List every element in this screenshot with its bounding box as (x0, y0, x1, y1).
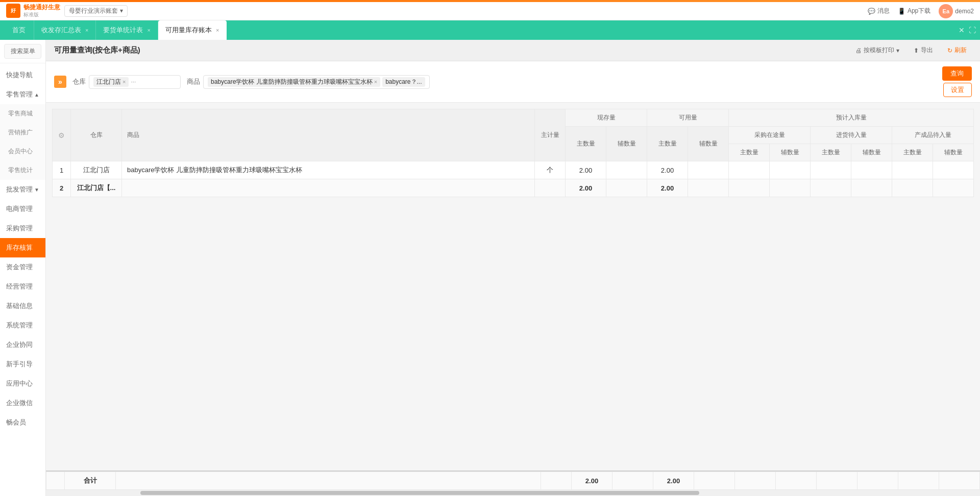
row-2-current-main: 2.00 (566, 179, 606, 197)
export-label: 导出 (921, 46, 933, 55)
refresh-label: 刷新 (954, 46, 967, 55)
product-filter-group: 商品 babycare学饮杯 儿童防摔防撞吸管杯重力球吸嘴杯宝宝水杯 × bab… (187, 75, 430, 89)
sidebar-item-ecommerce-mgmt[interactable]: 电商管理 (0, 199, 45, 219)
sidebar: 搜索菜单 快捷导航 零售管理 ▲ 零售商城 营销推广 会员中心 (0, 40, 46, 496)
scrollbar-thumb[interactable] (140, 491, 700, 495)
product-filter-label: 商品 (187, 77, 200, 86)
product-tag-1-close[interactable]: × (374, 79, 377, 85)
tab-home[interactable]: 首页 (4, 20, 34, 40)
warehouse-tag-close[interactable]: × (122, 79, 126, 85)
tab-available-stock-close[interactable]: × (216, 27, 219, 33)
sidebar-item-operations-mgmt-label: 经营管理 (6, 282, 33, 291)
main-layout: 搜索菜单 快捷导航 零售管理 ▲ 零售商城 营销推广 会员中心 (0, 40, 980, 496)
export-icon: ⬆ (914, 47, 919, 54)
sidebar-item-purchase-mgmt[interactable]: 采购管理 (0, 219, 45, 238)
product-tag-2-label: babycare？... (385, 78, 422, 86)
message-label: 消息 (877, 7, 890, 15)
summary-available-aux (694, 472, 735, 490)
row-1-product-aux (933, 161, 974, 179)
th-forecast-inbound: 预计入库量 (729, 109, 974, 127)
row-2-purchase-aux (770, 179, 811, 197)
row-1-current-main: 2.00 (566, 161, 606, 179)
tab-order-stats-label: 要货单统计表 (103, 26, 143, 35)
sidebar-item-member[interactable]: 畅会员 (0, 413, 45, 432)
summary-current-main: 2.00 (572, 472, 612, 490)
horizontal-scrollbar[interactable] (46, 490, 980, 496)
table-settings-icon[interactable]: ⚙ (58, 131, 65, 139)
sidebar-item-app-center[interactable]: 应用中心 (0, 374, 45, 393)
summary-purchase-main (735, 472, 776, 490)
message-button[interactable]: 💬 消息 (868, 7, 890, 15)
sidebar-item-finance-mgmt[interactable]: 资金管理 (0, 257, 45, 277)
sidebar-item-marketing[interactable]: 营销推广 (0, 123, 45, 142)
summary-purchase-aux (776, 472, 817, 490)
row-2-available-main: 2.00 (647, 179, 688, 197)
product-filter-input[interactable]: babycare学饮杯 儿童防摔防撞吸管杯重力球吸嘴杯宝宝水杯 × babyca… (203, 75, 430, 89)
settings-button[interactable]: 设置 (943, 83, 972, 97)
query-button[interactable]: 查询 (942, 66, 972, 81)
sidebar-search-button[interactable]: 搜索菜单 (4, 44, 41, 59)
close-window-btn[interactable]: ✕ (959, 26, 965, 34)
th-current-main-qty: 主数量 (566, 127, 606, 161)
warehouse-filter-input[interactable]: 江北门店 × ··· (89, 75, 181, 89)
warehouse-filter-label: 仓库 (72, 77, 86, 86)
app-download-button[interactable]: 📱 App下载 (898, 7, 930, 15)
warehouse-more-btn[interactable]: ··· (131, 78, 136, 85)
sidebar-search-area: 搜索菜单 (0, 40, 45, 63)
export-button[interactable]: ⬆ 导出 (909, 44, 938, 57)
sidebar-item-inventory-mgmt-label: 库存核算 (6, 243, 33, 252)
row-1-current-aux (606, 161, 647, 179)
tab-receive-send-close[interactable]: × (85, 27, 88, 33)
sidebar-nav: 快捷导航 零售管理 ▲ 零售商城 营销推广 会员中心 零售统计 (0, 63, 45, 434)
row-1-num: 1 (53, 161, 71, 179)
tab-home-label: 首页 (12, 26, 26, 35)
tab-order-stats-close[interactable]: × (147, 27, 150, 33)
table-row: 2 江北门店【... 2.00 2.00 (53, 179, 974, 197)
sidebar-item-retail-stats[interactable]: 零售统计 (0, 161, 45, 180)
row-2-unit (535, 179, 566, 197)
th-purchase-transit: 采购在途量 (729, 127, 811, 144)
tab-receive-send[interactable]: 收发存汇总表 × (34, 20, 96, 40)
tab-order-stats[interactable]: 要货单统计表 × (96, 20, 158, 40)
sidebar-item-operations-mgmt[interactable]: 经营管理 (0, 277, 45, 296)
print-icon: 🖨 (855, 47, 862, 54)
row-2-num: 2 (53, 179, 71, 197)
th-product-aux-qty: 辅数量 (933, 144, 974, 161)
data-table: ⚙ 仓库 商品 主计量 现存量 可用量 预计入库量 主数量 辅数量 主数量 辅数… (52, 109, 974, 197)
sidebar-item-basic-info[interactable]: 基础信息 (0, 296, 45, 316)
maximize-window-btn[interactable]: ⛶ (969, 26, 976, 34)
th-purchase-main-qty: 主数量 (729, 144, 770, 161)
sidebar-item-quick-nav[interactable]: 快捷导航 (0, 65, 45, 85)
sidebar-item-inventory-mgmt[interactable]: 库存核算 (0, 238, 45, 257)
refresh-button[interactable]: ↻ 刷新 (942, 44, 972, 57)
logo-area: 好 畅捷通好生意 标准版 (6, 4, 60, 18)
sidebar-item-purchase-mgmt-label: 采购管理 (6, 224, 33, 233)
tab-available-stock[interactable]: 可用量库存账本 × (158, 20, 227, 40)
row-1-available-main: 2.00 (647, 161, 688, 179)
sidebar-item-member-center[interactable]: 会员中心 (0, 142, 45, 161)
industry-selector[interactable]: 母婴行业演示账套 ▾ (64, 5, 128, 17)
row-1-product-main (892, 161, 933, 179)
logo-sub: 标准版 (23, 11, 60, 18)
sidebar-item-system-mgmt[interactable]: 系统管理 (0, 316, 45, 335)
filter-toggle-button[interactable]: » (54, 76, 66, 88)
th-product: 商品 (122, 109, 535, 161)
row-1-inbound-main (811, 161, 851, 179)
th-inbound-pending: 进货待入量 (811, 127, 892, 144)
sidebar-item-enterprise-collab[interactable]: 企业协同 (0, 335, 45, 355)
sidebar-item-new-guide[interactable]: 新手引导 (0, 355, 45, 374)
row-2-purchase-main (729, 179, 770, 197)
sidebar-item-marketing-label: 营销推广 (8, 128, 33, 137)
sidebar-item-retail-mall[interactable]: 零售商城 (0, 104, 45, 123)
product-tag-1: babycare学饮杯 儿童防摔防撞吸管杯重力球吸嘴杯宝宝水杯 × (208, 77, 380, 87)
row-2-warehouse: 江北门店【... (71, 179, 122, 197)
sidebar-sub-retail: 零售商城 营销推广 会员中心 零售统计 (0, 104, 45, 180)
sidebar-item-wholesale-mgmt[interactable]: 批发管理 ▼ (0, 180, 45, 199)
warehouse-filter-group: 仓库 江北门店 × ··· (72, 75, 181, 89)
print-button[interactable]: 🖨 按模板打印 ▾ (850, 44, 904, 57)
user-profile[interactable]: Ea demo2 (939, 4, 974, 18)
row-2-product-aux (933, 179, 974, 197)
tab-available-stock-label: 可用量库存账本 (165, 26, 212, 35)
sidebar-item-enterprise-wechat[interactable]: 企业微信 (0, 393, 45, 413)
sidebar-item-retail-mgmt[interactable]: 零售管理 ▲ (0, 85, 45, 104)
